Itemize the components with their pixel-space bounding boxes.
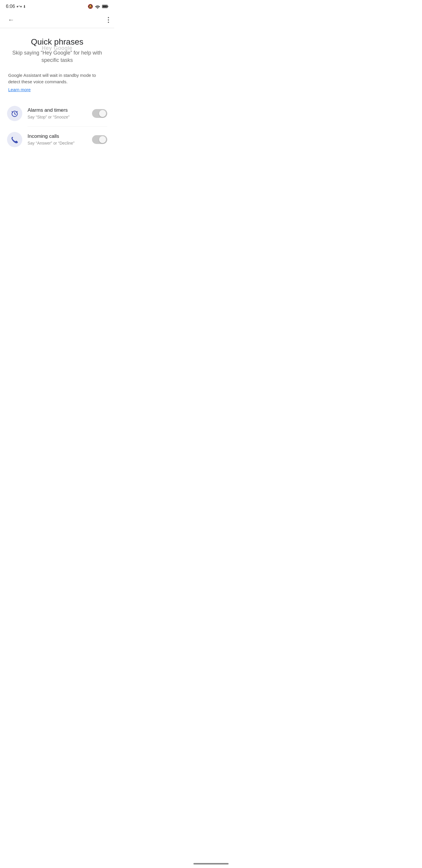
- svg-rect-1: [107, 6, 108, 7]
- calls-toggle[interactable]: [92, 135, 107, 144]
- description-section: Google Assistant will wait in standby mo…: [7, 72, 107, 92]
- alarms-toggle-thumb: [99, 110, 106, 117]
- calls-toggle-track: [92, 135, 107, 144]
- alarm-icon-bg: [7, 106, 22, 121]
- bell-off-icon: 🔕: [88, 4, 93, 9]
- battery-icon: [102, 5, 108, 8]
- status-right: 🔕: [88, 4, 108, 9]
- alarm-clock-icon: [10, 110, 19, 118]
- incoming-calls-item: Incoming calls Say “Answer” or “Decline”: [7, 127, 107, 153]
- calls-toggle-thumb: [99, 136, 106, 143]
- description-text: Google Assistant will wait in standby mo…: [8, 72, 106, 85]
- activity-icon: [17, 6, 22, 7]
- status-time: 6:06: [6, 4, 15, 9]
- back-arrow-icon: ←: [8, 16, 14, 24]
- title-section: Quick phrases Hey Google Skip saying “He…: [7, 37, 107, 64]
- phone-icon-bg: [7, 132, 22, 147]
- alarms-toggle-track: [92, 109, 107, 118]
- alarms-timers-text: Alarms and timers Say “Stop” or “Snooze”: [28, 107, 87, 120]
- status-left: 6:06 ⬇: [6, 4, 26, 9]
- alarms-timers-item: Alarms and timers Say “Stop” or “Snooze”: [7, 101, 107, 126]
- status-bar: 6:06 ⬇ 🔕: [0, 0, 114, 12]
- more-dots-icon: [108, 17, 109, 23]
- page-subtitle: Skip saying “Hey Google” for help with s…: [7, 49, 107, 64]
- nav-bar: ←: [0, 12, 114, 28]
- more-options-button[interactable]: [97, 14, 109, 26]
- watermark-text: Hey Google: [42, 45, 72, 51]
- phone-icon: [10, 135, 19, 144]
- incoming-calls-subtitle: Say “Answer” or “Decline”: [28, 141, 87, 146]
- settings-list: Alarms and timers Say “Stop” or “Snooze”…: [7, 101, 107, 153]
- wifi-icon: [95, 4, 100, 8]
- svg-rect-2: [103, 5, 107, 8]
- svg-line-5: [15, 114, 16, 114]
- incoming-calls-text: Incoming calls Say “Answer” or “Decline”: [28, 133, 87, 146]
- svg-point-8: [14, 111, 15, 112]
- status-icons-left: ⬇: [17, 4, 26, 9]
- page-content: Quick phrases Hey Google Skip saying “He…: [0, 28, 114, 153]
- alarms-timers-title: Alarms and timers: [28, 107, 87, 114]
- download-icon: ⬇: [23, 4, 26, 9]
- learn-more-link[interactable]: Learn more: [8, 87, 31, 92]
- back-button[interactable]: ←: [5, 14, 17, 26]
- alarms-timers-subtitle: Say “Stop” or “Snooze”: [28, 114, 87, 120]
- alarms-toggle[interactable]: [92, 109, 107, 118]
- incoming-calls-title: Incoming calls: [28, 133, 87, 140]
